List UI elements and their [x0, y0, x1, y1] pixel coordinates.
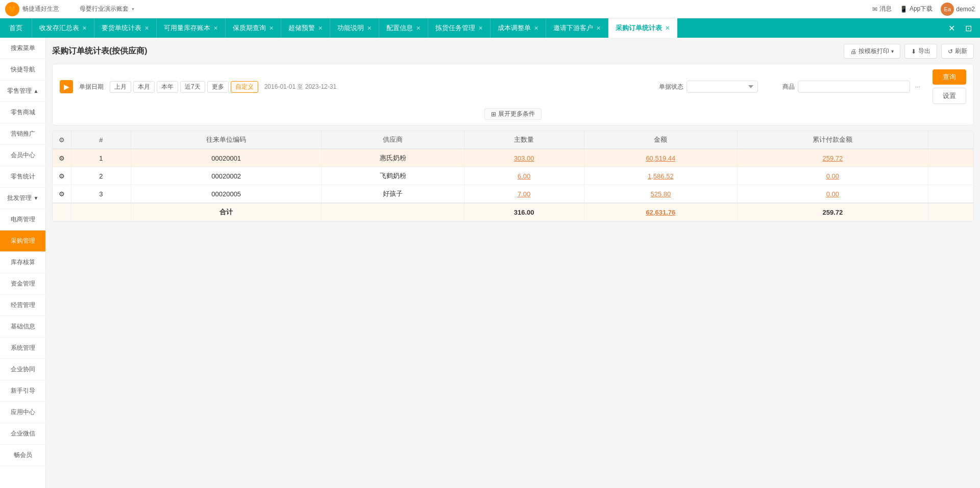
date-this-month-btn[interactable]: 本月: [133, 81, 155, 93]
filter-status-wrap: 单据状态: [659, 81, 758, 93]
tab-config-info[interactable]: 配置信息 ✕: [379, 18, 428, 38]
footer-main-qty: 316.00: [464, 203, 584, 221]
message-icon: ✉: [872, 6, 877, 13]
close-tab-warranty[interactable]: ✕: [269, 25, 274, 32]
settings-btn[interactable]: 设置: [933, 88, 966, 104]
row-amount[interactable]: 60,519.44: [584, 149, 737, 167]
main-layout: 搜索菜单 快捷导航 零售管理 ▲ 零售商城 营销推广 会员中心 零售统计 批发管…: [0, 38, 980, 488]
row-settings[interactable]: ⚙: [53, 185, 71, 203]
tab-cost-adjust[interactable]: 成本调整单 ✕: [491, 18, 546, 38]
row-main-qty[interactable]: 7.00: [464, 185, 584, 203]
row-main-qty[interactable]: 6.00: [464, 167, 584, 185]
close-tab-pick-task[interactable]: ✕: [478, 25, 483, 32]
sidebar-item-retail[interactable]: 零售管理 ▲: [0, 81, 45, 102]
export-btn[interactable]: ⬇ 导出: [904, 44, 937, 59]
row-settings-icon: ⚙: [59, 190, 65, 198]
sidebar-item-system[interactable]: 系统管理: [0, 338, 45, 359]
tab-goods-summary[interactable]: 要货单统计表 ✕: [94, 18, 157, 38]
row-settings[interactable]: ⚙: [53, 149, 71, 167]
tab-overstock-warning[interactable]: 超储预警 ✕: [281, 18, 330, 38]
nav-tabs-end: ✕ ⊡: [945, 22, 980, 34]
sidebar-item-enterprise[interactable]: 企业协同: [0, 359, 45, 380]
row-paid-amount[interactable]: 259.72: [738, 149, 928, 167]
close-tab-invite-downstream[interactable]: ✕: [596, 25, 601, 32]
row-settings-icon: ⚙: [59, 172, 65, 180]
close-tab-cost-adjust[interactable]: ✕: [534, 25, 538, 32]
sidebar-item-marketing[interactable]: 营销推广: [0, 123, 45, 145]
nav-tabs: 首页 收发存汇总表 ✕ 要货单统计表 ✕ 可用量库存账本 ✕ 保质期查询 ✕ 超…: [0, 18, 980, 38]
tab-receive-summary[interactable]: 收发存汇总表 ✕: [32, 18, 94, 38]
close-tab-available-stock[interactable]: ✕: [213, 25, 218, 32]
row-paid-amount[interactable]: 0.00: [738, 185, 928, 203]
close-tab-config-info[interactable]: ✕: [416, 25, 421, 32]
tab-invite-downstream[interactable]: 邀请下游客户 ✕: [546, 18, 608, 38]
close-tab-purchase-summary[interactable]: ✕: [665, 25, 670, 32]
expand-icon: ⊞: [491, 111, 496, 118]
date-this-year-btn[interactable]: 本年: [157, 81, 178, 93]
filter-toggle-btn[interactable]: ▶: [60, 80, 73, 93]
sidebar-item-shortcut[interactable]: 快捷导航: [0, 59, 45, 81]
close-all-tabs-btn[interactable]: ✕: [945, 22, 958, 34]
close-tab-goods-summary[interactable]: ✕: [144, 25, 149, 32]
close-tab-function-desc[interactable]: ✕: [367, 25, 372, 32]
table-row: ⚙ 2 00020002 飞鹤奶粉 6.00 1,586.52 0.00: [53, 167, 973, 185]
row-amount[interactable]: 525.80: [584, 185, 737, 203]
tab-available-stock[interactable]: 可用量库存账本 ✕: [157, 18, 226, 38]
th-settings[interactable]: ⚙: [53, 131, 71, 149]
message-btn[interactable]: ✉ 消息: [872, 5, 892, 13]
row-settings[interactable]: ⚙: [53, 167, 71, 185]
top-right: ✉ 消息 📱 App下载 Ea demo2: [872, 3, 975, 16]
restore-tab-btn[interactable]: ⊡: [962, 22, 975, 34]
close-tab-receive-summary[interactable]: ✕: [82, 25, 87, 32]
sidebar-item-inventory[interactable]: 库存核算: [0, 252, 45, 273]
row-main-qty[interactable]: 303.00: [464, 149, 584, 167]
goods-filter-input[interactable]: [798, 81, 910, 93]
sidebar-item-ecommerce[interactable]: 电商管理: [0, 209, 45, 230]
query-btn-group: 查询 设置: [933, 69, 966, 104]
footer-paid-amount: 259.72: [738, 203, 928, 221]
date-last-month-btn[interactable]: 上月: [110, 81, 131, 93]
logo-area: 🧡 畅捷通好生意: [5, 2, 59, 16]
tab-purchase-summary[interactable]: 采购订单统计表 ✕: [608, 18, 677, 38]
date-custom-btn[interactable]: 自定义: [231, 81, 258, 93]
sidebar-item-search[interactable]: 搜索菜单: [0, 38, 45, 59]
row-index: 3: [71, 185, 131, 203]
tab-warranty[interactable]: 保质期查询 ✕: [226, 18, 281, 38]
app-download-btn[interactable]: 📱 App下载: [900, 5, 933, 13]
sidebar-item-app-center[interactable]: 应用中心: [0, 402, 45, 423]
sidebar-item-enterprise-wechat[interactable]: 企业微信: [0, 423, 45, 445]
sidebar-item-finance[interactable]: 资金管理: [0, 273, 45, 295]
workspace-selector[interactable]: 母婴行业演示账套 ▾: [80, 5, 134, 13]
logo-text: 畅捷通好生意: [22, 5, 59, 13]
sidebar-item-wholesale[interactable]: 批发管理 ▼: [0, 188, 45, 209]
print-btn[interactable]: 🖨 按模板打印 ▾: [844, 44, 900, 59]
sidebar-item-operations[interactable]: 经营管理: [0, 295, 45, 316]
sidebar-item-retail-stats[interactable]: 零售统计: [0, 166, 45, 188]
refresh-btn[interactable]: ↺ 刷新: [941, 44, 974, 59]
date-7days-btn[interactable]: 近7天: [180, 81, 205, 93]
sidebar-item-basic-info[interactable]: 基础信息: [0, 316, 45, 338]
row-paid-amount[interactable]: 0.00: [738, 167, 928, 185]
sidebar-item-newbie[interactable]: 新手引导: [0, 380, 45, 402]
row-index: 2: [71, 167, 131, 185]
date-more-btn[interactable]: 更多: [207, 81, 229, 93]
goods-filter-more-btn[interactable]: ···: [915, 83, 920, 90]
row-unit-code: 00020005: [131, 185, 322, 203]
filter-bar: ▶ 单据日期 上月 本月 本年 近7天 更多 自定义 2016-01-01 至 …: [52, 64, 974, 125]
sidebar-item-retail-mall[interactable]: 零售商城: [0, 102, 45, 123]
close-tab-overstock-warning[interactable]: ✕: [318, 25, 323, 32]
row-amount[interactable]: 1,586.52: [584, 167, 737, 185]
table-row: ⚙ 1 00020001 惠氏奶粉 303.00 60,519.44 259.7…: [53, 149, 973, 167]
header-actions: 🖨 按模板打印 ▾ ⬇ 导出 ↺ 刷新: [844, 44, 974, 59]
filter-expand-btn[interactable]: ⊞ 展开更多条件: [484, 108, 542, 120]
sidebar-item-member2[interactable]: 畅会员: [0, 445, 45, 466]
filter-expand-row: ⊞ 展开更多条件: [60, 108, 966, 120]
query-btn[interactable]: 查询: [933, 69, 966, 85]
tab-home[interactable]: 首页: [0, 18, 32, 38]
tab-function-desc[interactable]: 功能说明 ✕: [330, 18, 379, 38]
tab-pick-task[interactable]: 拣货任务管理 ✕: [428, 18, 491, 38]
user-menu[interactable]: Ea demo2: [941, 3, 975, 16]
sidebar-item-purchase[interactable]: 采购管理: [0, 230, 45, 252]
status-filter-select[interactable]: [687, 81, 758, 93]
sidebar-item-member[interactable]: 会员中心: [0, 145, 45, 166]
